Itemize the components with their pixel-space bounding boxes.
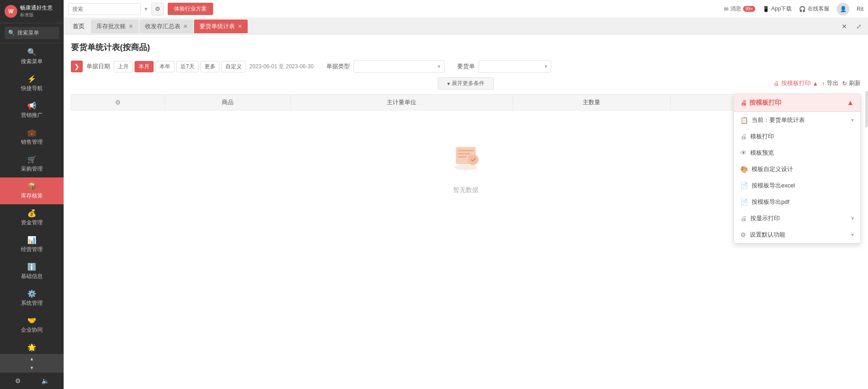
- topbar-chevron-icon[interactable]: ▾: [145, 5, 148, 12]
- dropdown-current-template[interactable]: 📋 当前：要货单统计表 ▾: [734, 112, 860, 128]
- dropdown-set-default[interactable]: ⚙ 设置默认功能 ▾: [734, 227, 860, 243]
- guide-icon: 🌟: [27, 343, 36, 352]
- dropdown-export-pdf[interactable]: 📄 按模板导出pdf: [734, 194, 860, 210]
- refresh-icon: ↻: [842, 80, 847, 87]
- tab-receipts-summary[interactable]: 收发存汇总表✕: [140, 20, 193, 33]
- phone-icon: 📱: [763, 6, 769, 12]
- refresh-button[interactable]: ↻ 刷新: [842, 79, 861, 87]
- export-button[interactable]: ↑ 导出: [822, 79, 839, 87]
- svg-point-0: [454, 165, 477, 170]
- sidebar-item-search[interactable]: 🔍 搜索菜单: [0, 43, 64, 70]
- sidebar-scroll-down[interactable]: ▼: [0, 363, 64, 372]
- topbar-search-input[interactable]: [68, 3, 141, 15]
- topbar-settings-button[interactable]: ⚙: [151, 3, 164, 15]
- sidebar-item-quicknav[interactable]: ⚡ 快捷导航: [0, 70, 64, 97]
- date-btn-上月[interactable]: 上月: [114, 61, 133, 72]
- sidebar-item-operation[interactable]: 📊 经营管理: [0, 231, 64, 258]
- date-btn-本年[interactable]: 本年: [155, 61, 175, 72]
- svg-rect-4: [458, 156, 467, 158]
- filter-bar: ❯ 单据日期 上月本月本年近7天更多自定义 2023-06-01 至 2023-…: [71, 60, 861, 73]
- trial-button[interactable]: 体验行业方案: [168, 3, 213, 15]
- print-chevron-up-icon: ▲: [813, 80, 818, 87]
- basic-icon: ℹ️: [27, 263, 36, 271]
- tabs-right-controls: ✕ ⤢: [839, 21, 864, 32]
- table-header-unit: 主计量单位: [291, 95, 513, 111]
- tab-close-icon[interactable]: ✕: [129, 23, 133, 30]
- sidebar-item-purchase[interactable]: 🛒 采购管理: [0, 151, 64, 177]
- sidebar-item-label: 库存核算: [21, 192, 43, 200]
- expand-more-button[interactable]: ▾ 展开更多条件: [438, 77, 494, 90]
- date-btn-自定义[interactable]: 自定义: [221, 61, 246, 72]
- messages-badge: 99+: [743, 6, 755, 12]
- sidebar-item-system[interactable]: ⚙️ 系统管理: [0, 285, 64, 312]
- action-bar-right: 🖨 按模板打印 ▲ ↑ 导出 ↻ 刷新: [773, 79, 861, 87]
- sales-icon: 💼: [27, 128, 36, 137]
- goods-select[interactable]: ▾: [479, 60, 551, 73]
- doc-type-label: 单据类型: [326, 62, 350, 71]
- enterprise-icon: 🤝: [27, 316, 36, 325]
- sidebar-item-basic[interactable]: ℹ️ 基础信息: [0, 258, 64, 285]
- template-design-icon: 🎨: [740, 166, 748, 173]
- sidebar-item-inventory[interactable]: 📦 库存核算: [0, 177, 64, 204]
- tab-order-stats[interactable]: 要货单统计表✕: [194, 20, 248, 33]
- sidebar-item-label: 采购管理: [21, 165, 43, 173]
- table-header-settings[interactable]: ⚙: [71, 95, 165, 111]
- main-content: ▾ ⚙ 体验行业方案 ✉ 消息 99+ 📱 App下载 🎧 在线客服 👤 Rit…: [64, 0, 868, 389]
- svg-point-5: [468, 154, 479, 165]
- sidebar-bottom: ⚙ 🔈: [0, 372, 64, 389]
- messages-button[interactable]: ✉ 消息 99+: [724, 5, 755, 13]
- sidebar-item-sales[interactable]: 💼 销售管理: [0, 124, 64, 151]
- sidebar-scroll-up[interactable]: ▲: [0, 354, 64, 363]
- sidebar-item-enterprise[interactable]: 🤝 企业协同: [0, 312, 64, 338]
- headset-icon: 🎧: [799, 6, 806, 12]
- tab-home[interactable]: 首页: [67, 20, 90, 33]
- online-service-button[interactable]: 🎧 在线客服: [799, 5, 829, 13]
- date-range: 2023-06-01 至 2023-06-30: [249, 63, 314, 71]
- dropdown-display-print[interactable]: 🖨 按显示打印 ▾: [734, 210, 860, 227]
- tab-close-icon[interactable]: ✕: [238, 23, 242, 30]
- export-excel-icon: 📄: [740, 182, 748, 189]
- filter-toggle-button[interactable]: ❯: [71, 61, 83, 72]
- date-btn-本月[interactable]: 本月: [135, 61, 154, 72]
- sidebar-item-label: 快捷导航: [21, 85, 43, 92]
- finance-icon: 💰: [27, 209, 36, 217]
- printer-icon: 🖨: [773, 80, 779, 87]
- display-print-icon: 🖨: [740, 215, 747, 222]
- date-buttons: 上月本月本年近7天更多自定义: [114, 61, 246, 72]
- dropdown-export-excel[interactable]: 📄 按模板导出excel: [734, 177, 860, 194]
- search-icon: 🔍: [8, 30, 15, 36]
- svg-rect-3: [458, 153, 470, 155]
- sidebar-item-label: 系统管理: [21, 299, 43, 307]
- tab-close-icon[interactable]: ✕: [183, 23, 188, 30]
- date-label: 单据日期: [86, 62, 110, 71]
- settings-icon[interactable]: ⚙: [15, 377, 21, 384]
- search-menu-button[interactable]: 🔍 搜索菜单: [5, 27, 59, 39]
- table-settings-icon[interactable]: ⚙: [115, 99, 121, 106]
- user-avatar[interactable]: 👤: [837, 3, 849, 15]
- tab-inventory-batch[interactable]: 库存批次账✕: [91, 20, 139, 33]
- resize-handle[interactable]: [865, 91, 868, 127]
- export-icon: ↑: [822, 80, 825, 87]
- app-download-button[interactable]: 📱 App下载: [763, 5, 792, 13]
- dropdown-close-button[interactable]: ▲: [847, 99, 854, 107]
- table-header-product: 商品: [165, 95, 291, 111]
- date-btn-更多[interactable]: 更多: [200, 61, 219, 72]
- inventory-icon: 📦: [27, 182, 36, 191]
- dropdown-template-print[interactable]: 🖨 模板打印: [734, 128, 860, 145]
- sidebar-item-marketing[interactable]: 📢 营销推广: [0, 97, 64, 124]
- dropdown-template-preview[interactable]: 👁 模板预览: [734, 145, 860, 161]
- tab-close-all-button[interactable]: ✕: [839, 21, 850, 32]
- tab-label: 库存批次账: [96, 22, 126, 30]
- sidebar-item-finance[interactable]: 💰 资金管理: [0, 204, 64, 231]
- set-default-icon: ⚙: [740, 231, 746, 238]
- print-template-button[interactable]: 🖨 按模板打印 ▲: [773, 79, 818, 87]
- dropdown-template-design[interactable]: 🎨 模板自定义设计: [734, 161, 860, 177]
- audio-icon[interactable]: 🔈: [41, 377, 49, 384]
- system-icon: ⚙️: [27, 289, 36, 298]
- sidebar-item-guide[interactable]: 🌟 新手引导: [0, 338, 64, 354]
- sidebar-item-label: 搜索菜单: [21, 58, 43, 66]
- tab-expand-button[interactable]: ⤢: [853, 21, 864, 32]
- doc-type-select[interactable]: ▾: [354, 60, 444, 73]
- sidebar-search: 🔍 搜索菜单: [0, 23, 64, 43]
- date-btn-近7天[interactable]: 近7天: [176, 61, 199, 72]
